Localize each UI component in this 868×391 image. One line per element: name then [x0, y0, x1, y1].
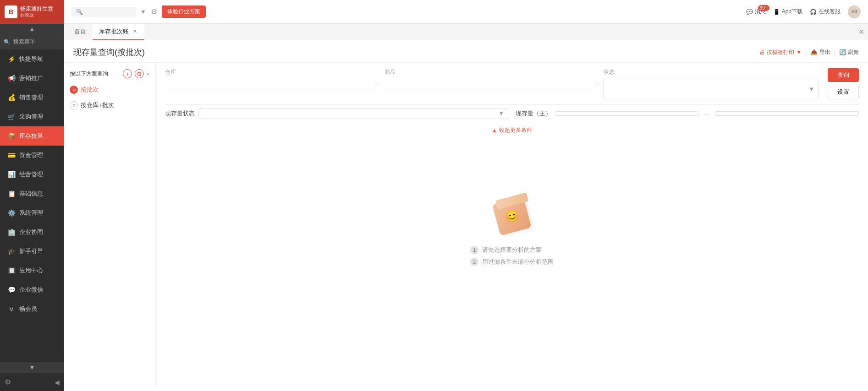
- empty-state: 1 请先选择要分析的方案 2 用过滤条件来缩小分析范围: [165, 137, 859, 320]
- tabbar: 首页 库存批次账 ✕ ✕: [64, 24, 868, 40]
- settings-icon[interactable]: ⚙: [5, 378, 11, 386]
- sidebar-item-guide[interactable]: 🎓 新手引导: [0, 242, 64, 261]
- app-download-label: App下载: [782, 8, 802, 16]
- app-title: 畅康通好生意: [20, 5, 53, 12]
- sidebar-item-label: 系统管理: [19, 209, 43, 217]
- sales-icon: 💰: [7, 94, 16, 101]
- tab-home[interactable]: 首页: [68, 24, 93, 40]
- sidebar-item-basic[interactable]: 📋 基础信息: [0, 184, 64, 203]
- sidebar-item-enterprise[interactable]: 🏢 企业协同: [0, 223, 64, 242]
- sidebar-item-marketing[interactable]: 📢 营销推广: [0, 69, 64, 88]
- warehouse-batch-icon: ⚙: [70, 101, 78, 109]
- action-buttons: 查询 设置: [823, 68, 859, 99]
- sidebar-item-label: 企业协同: [19, 228, 43, 236]
- export-icon: 📤: [811, 49, 818, 55]
- app-info: 畅康通好生意 标准版: [20, 5, 53, 18]
- tab-inventory-batch[interactable]: 库存批次账 ✕: [93, 24, 144, 40]
- query-btn[interactable]: 查询: [828, 68, 859, 82]
- refresh-btn[interactable]: 🔄 刷新: [839, 49, 859, 56]
- status-dropdown[interactable]: ▼: [604, 79, 819, 99]
- product-filter: 商品 ···: [385, 68, 599, 99]
- collapse-sidebar-icon[interactable]: ◀: [55, 379, 60, 386]
- topbar-dropdown-arrow[interactable]: ▼: [140, 8, 146, 15]
- collapse-more-btn[interactable]: ▲ 收起更多条件: [165, 124, 859, 137]
- guide-icon: 🎓: [7, 248, 16, 255]
- scroll-down-btn[interactable]: ▼: [0, 362, 64, 373]
- add-plan-btn[interactable]: +: [123, 69, 132, 78]
- sidebar-item-finance[interactable]: 💳 资金管理: [0, 146, 64, 165]
- inventory-status-filter: 现存量状态 ▼: [165, 108, 508, 119]
- sidebar-item-operations[interactable]: 📊 经营管理: [0, 165, 64, 184]
- app-subtitle: 标准版: [20, 12, 53, 18]
- gear-icon: ⚙: [137, 71, 142, 77]
- inventory-qty-filter: 现存量（主） —: [516, 109, 859, 118]
- avatar-text: Rit: [852, 9, 857, 14]
- sidebar-item-label: 营销推广: [19, 74, 43, 82]
- empty-tip-2: 2 用过滤条件来缩小分析范围: [470, 258, 554, 266]
- sidebar-item-apps[interactable]: 🔲 应用中心: [0, 261, 64, 280]
- app-download-btn[interactable]: 📱 App下载: [773, 8, 802, 16]
- scroll-up-btn[interactable]: ▲: [0, 24, 64, 34]
- settings-filter-btn[interactable]: 设置: [828, 85, 859, 99]
- print-btn[interactable]: 🖨 按模板打印 ▼: [759, 49, 802, 56]
- product-input[interactable]: ···: [385, 79, 599, 89]
- product-dots-btn[interactable]: ···: [594, 81, 599, 87]
- warehouse-filter: 仓库 ···: [165, 68, 380, 99]
- printer-icon: 🖨: [759, 49, 765, 55]
- finance-icon: 💳: [7, 152, 16, 159]
- empty-tips: 1 请先选择要分析的方案 2 用过滤条件来缩小分析范围: [470, 246, 554, 266]
- warehouse-input[interactable]: ···: [165, 79, 380, 89]
- sidebar-search[interactable]: 🔍 搜索菜单: [0, 34, 64, 49]
- tip-1-num: 1: [470, 246, 478, 254]
- inventory-status-dropdown[interactable]: ▼: [198, 108, 508, 119]
- sidebar-item-vip[interactable]: V 畅会员: [0, 299, 64, 319]
- separator-1: |: [805, 49, 807, 56]
- export-btn[interactable]: 📤 导出: [811, 49, 830, 56]
- sidebar-item-label: 库存核算: [19, 132, 43, 140]
- tab-close-btn[interactable]: ✕: [132, 28, 138, 35]
- collapse-arrow-icon: ▲: [492, 127, 497, 134]
- plan-item-warehouse-batch[interactable]: ⚙ 按仓库+批次: [64, 98, 155, 113]
- sidebar-item-label: 新手引导: [19, 247, 43, 255]
- sidebar-item-wechat[interactable]: 💬 企业微信: [0, 280, 64, 299]
- print-dropdown-icon[interactable]: ▼: [796, 49, 802, 55]
- inventory-qty-to[interactable]: [715, 111, 859, 116]
- quick-nav-icon: ⚡: [7, 55, 16, 63]
- tip-2-num: 2: [470, 258, 478, 266]
- tip-2-text: 用过滤条件来缩小分析范围: [482, 258, 554, 266]
- system-icon: ⚙️: [7, 209, 16, 217]
- topbar-settings-icon[interactable]: ⚙: [151, 7, 157, 16]
- sidebar-item-purchase[interactable]: 🛒 采购管理: [0, 107, 64, 126]
- topbar: 🔍 ▼ ⚙ 体验行业方案 💬 消息 99+ 📱 App下载 🎧 在线客服 Rit: [64, 0, 868, 24]
- sidebar-item-sales[interactable]: 💰 销售管理: [0, 88, 64, 107]
- online-support-btn[interactable]: 🎧 在线客服: [810, 8, 841, 16]
- messages-btn[interactable]: 💬 消息 99+: [746, 8, 766, 16]
- qty-separator: —: [702, 110, 712, 117]
- tip-1-text: 请先选择要分析的方案: [482, 246, 542, 254]
- sidebar-item-system[interactable]: ⚙️ 系统管理: [0, 203, 64, 223]
- warehouse-dots-btn[interactable]: ···: [375, 81, 380, 87]
- status-arrow-icon: ▼: [808, 86, 814, 92]
- content-area: 现存量查询(按批次) 🖨 按模板打印 ▼ | 📤 导出 | 🔄 刷新: [64, 40, 868, 391]
- filter-second-row: 现存量状态 ▼ 现存量（主） —: [165, 108, 859, 119]
- topbar-search[interactable]: 🔍: [71, 7, 136, 17]
- collapse-panel-btn[interactable]: «: [147, 71, 150, 77]
- sidebar: B 畅康通好生意 标准版 ▲ 🔍 搜索菜单 ⚡ 快捷导航 📢 营销推广 💰 销售…: [0, 0, 64, 391]
- left-panel-title: 按以下方案查询: [70, 70, 108, 78]
- empty-tip-1: 1 请先选择要分析的方案: [470, 246, 554, 254]
- sidebar-item-label: 资金管理: [19, 151, 43, 159]
- refresh-icon: 🔄: [839, 49, 846, 55]
- panel-close-btn[interactable]: ✕: [858, 27, 864, 36]
- sidebar-item-quick-nav[interactable]: ⚡ 快捷导航: [0, 49, 64, 69]
- sidebar-item-label: 经营管理: [19, 170, 43, 179]
- gear-plan-btn[interactable]: ⚙: [135, 69, 144, 78]
- plan-item-batch[interactable]: ⚙ 按批次: [64, 82, 155, 98]
- experience-btn[interactable]: 体验行业方案: [162, 5, 206, 18]
- sidebar-item-inventory[interactable]: 📦 库存核算: [0, 126, 64, 146]
- user-avatar[interactable]: Rit: [848, 5, 861, 18]
- message-badge: 99+: [758, 5, 769, 11]
- left-panel-actions: + ⚙ «: [123, 69, 150, 78]
- inventory-qty-from[interactable]: [555, 111, 698, 116]
- page-title: 现存量查询(按批次): [73, 47, 145, 58]
- inventory-status-arrow-icon: ▼: [499, 110, 504, 117]
